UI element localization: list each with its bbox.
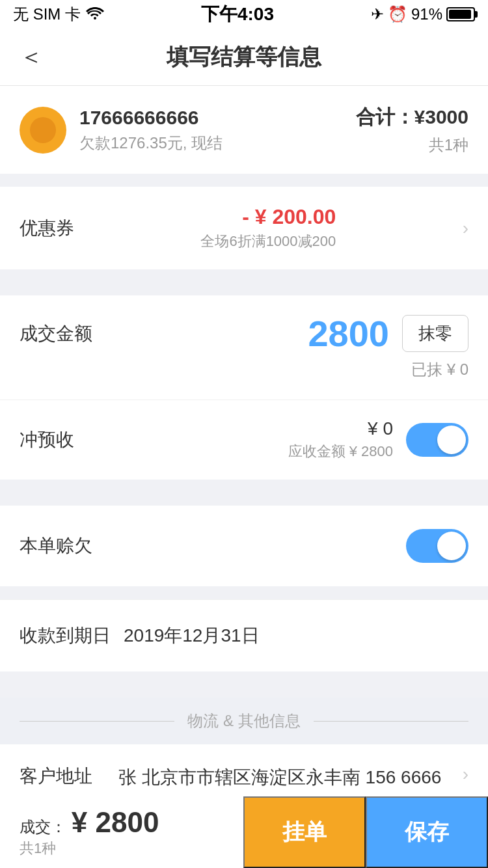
coupon-row[interactable]: 优惠券 - ¥ 200.00 全场6折满1000减200 › [0, 187, 488, 269]
page-header: ＜ 填写结算等信息 [0, 29, 488, 86]
prereceive-toggle[interactable] [406, 423, 468, 457]
section-divider-3 [0, 685, 488, 698]
due-date-value: 2019年12月31日 [124, 623, 260, 648]
bottom-deal-amount: ¥ 2800 [72, 806, 159, 838]
bottom-deal-label: 成交： [20, 818, 66, 835]
bottom-deal-sub: 共1种 [20, 839, 224, 858]
section-divider-2 [0, 493, 488, 506]
customer-avatar [20, 107, 66, 154]
total-label: 合计： [356, 106, 414, 128]
page-title: 填写结算等信息 [167, 42, 321, 72]
logistics-section-header: 物流 & 其他信息 [0, 698, 488, 744]
coupon-amount: - ¥ 200.00 [200, 205, 336, 229]
deal-right-group: 2800 抹零 [308, 315, 468, 352]
wifi-icon [86, 5, 104, 23]
debt-label: 本单赊欠 [20, 534, 92, 558]
back-button[interactable]: ＜ [20, 41, 43, 73]
status-left: 无 SIM 卡 [13, 4, 104, 25]
prereceive-amount: ¥ 0 [288, 418, 393, 439]
customer-sub: 欠款1276.35元, 现结 [79, 133, 356, 154]
battery-icon [446, 7, 475, 21]
prereceive-row: 冲预收 ¥ 0 应收金额 ¥ 2800 [0, 400, 488, 480]
deal-sub: 已抹 ¥ 0 [411, 360, 468, 378]
hang-order-button[interactable]: 挂单 [243, 796, 366, 868]
bottom-deal-info: 成交： ¥ 2800 共1种 [0, 806, 243, 858]
deal-amount-row: 成交金额 2800 抹零 [20, 315, 468, 352]
due-date-label: 收款到期日 [20, 623, 111, 648]
prereceive-right: ¥ 0 应收金额 ¥ 2800 [288, 418, 468, 461]
prereceive-label: 冲预收 [20, 427, 74, 452]
prereceive-toggle-knob [437, 426, 466, 454]
debt-row: 本单赊欠 [0, 506, 488, 586]
battery-percent: 91% [411, 5, 442, 23]
save-button[interactable]: 保存 [366, 796, 488, 868]
total-value: ¥3000 [414, 106, 468, 128]
bottom-bar: 成交： ¥ 2800 共1种 挂单 保存 [0, 796, 488, 868]
alarm-icon: ⏰ [388, 5, 407, 23]
customer-total: 合计：¥3000 共1种 [356, 104, 468, 156]
deal-amount-section: 成交金额 2800 抹零 已抹 ¥ 0 [0, 295, 488, 400]
logistics-header-text: 物流 & 其他信息 [187, 711, 300, 731]
status-bar: 无 SIM 卡 下午4:03 ✈ ⏰ 91% [0, 0, 488, 29]
debt-toggle[interactable] [406, 529, 468, 563]
deal-amount-value: 2800 [308, 316, 389, 352]
address-chevron: › [463, 764, 468, 785]
coupon-chevron: › [463, 218, 468, 239]
customer-details: 17666666666 欠款1276.35元, 现结 [79, 107, 356, 154]
prereceive-amount-group: ¥ 0 应收金额 ¥ 2800 [288, 418, 393, 461]
address-label: 客户地址 [20, 764, 92, 789]
status-right: ✈ ⏰ 91% [371, 5, 475, 23]
round-off-button[interactable]: 抹零 [402, 315, 468, 352]
customer-phone: 17666666666 [79, 107, 356, 129]
location-icon: ✈ [371, 5, 384, 23]
due-date-row: 收款到期日 2019年12月31日 [0, 599, 488, 671]
bottom-deal-label-row: 成交： ¥ 2800 [20, 806, 224, 839]
total-amount: 合计：¥3000 [356, 104, 468, 131]
total-sub: 共1种 [356, 135, 468, 156]
section-divider-1 [0, 282, 488, 295]
status-time: 下午4:03 [201, 2, 274, 27]
deal-amount-label: 成交金额 [20, 321, 92, 346]
coupon-right: - ¥ 200.00 全场6折满1000减200 [200, 205, 336, 251]
coupon-label: 优惠券 [20, 216, 74, 241]
prereceive-sub: 应收金额 ¥ 2800 [288, 442, 393, 461]
carrier-text: 无 SIM 卡 [13, 4, 81, 25]
debt-toggle-knob [437, 532, 466, 560]
customer-info-row: 17666666666 欠款1276.35元, 现结 合计：¥3000 共1种 [0, 86, 488, 174]
coupon-desc: 全场6折满1000减200 [200, 232, 336, 251]
